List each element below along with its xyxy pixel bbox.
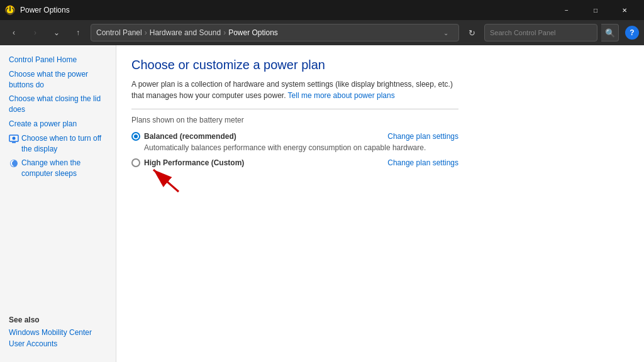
refresh-button[interactable]: ↻: [463, 24, 480, 41]
sidebar-link-user-accounts[interactable]: User Accounts: [5, 338, 111, 349]
svg-point-3: [13, 136, 16, 140]
title-bar: Power Options − □ ✕: [0, 0, 644, 20]
sidebar-nav: Control Panel Home Choose what the power…: [0, 53, 116, 181]
path-power-options: Power Options: [228, 28, 278, 37]
change-plan-link-high-performance[interactable]: Change plan settings: [387, 158, 458, 167]
monitor-icon: [9, 134, 19, 144]
sidebar-label-turn-off-display: Choose when to turn off the display: [21, 133, 107, 155]
sidebar-label-computer-sleeps: Change when the computer sleeps: [21, 158, 107, 179]
search-placeholder: Search Control Panel: [490, 29, 556, 36]
change-plan-link-balanced[interactable]: Change plan settings: [387, 132, 458, 141]
sidebar-item-computer-sleeps[interactable]: Change when the computer sleeps: [5, 156, 111, 181]
radio-high-performance[interactable]: [131, 158, 140, 167]
maximize-button[interactable]: □: [581, 0, 610, 20]
sidebar: Control Panel Home Choose what the power…: [0, 45, 116, 362]
path-sep-2: ›: [223, 28, 226, 37]
plans-label: Plans shown on the battery meter: [131, 116, 629, 124]
path-dropdown-button[interactable]: ⌄: [438, 24, 453, 41]
sidebar-item-create-plan[interactable]: Create a power plan: [5, 117, 111, 131]
sidebar-link-mobility-center[interactable]: Windows Mobility Center: [5, 327, 111, 338]
path-control-panel: Control Panel: [96, 28, 142, 37]
sidebar-item-power-buttons[interactable]: Choose what the power buttons do: [5, 67, 111, 92]
sidebar-item-turn-off-display[interactable]: Choose when to turn off the display: [5, 131, 111, 156]
page-description: A power plan is a collection of hardware…: [131, 79, 458, 101]
recent-locations-button[interactable]: ⌄: [48, 24, 65, 41]
plan-name-balanced: Balanced (recommended): [144, 132, 236, 141]
plans-divider: [131, 109, 458, 109]
sidebar-bottom: See also Windows Mobility Center User Ac…: [0, 310, 116, 354]
forward-button[interactable]: ›: [26, 24, 44, 41]
minimize-button[interactable]: −: [552, 0, 581, 20]
back-button[interactable]: ‹: [5, 24, 23, 41]
address-bar: ‹ › ⌄ ↑ Control Panel › Hardware and Sou…: [0, 20, 644, 45]
red-arrow: [141, 160, 191, 198]
plan-desc-balanced: Automatically balances performance with …: [144, 143, 629, 152]
app-icon: [5, 5, 15, 15]
main-layout: Control Panel Home Choose what the power…: [0, 45, 644, 362]
sidebar-label-power-buttons: Choose what the power buttons do: [9, 69, 107, 90]
see-also-title: See also: [5, 315, 111, 324]
up-button[interactable]: ↑: [69, 24, 87, 41]
sidebar-label-control-panel-home: Control Panel Home: [9, 55, 77, 65]
search-box[interactable]: Search Control Panel: [484, 24, 597, 41]
svg-rect-2: [12, 142, 16, 143]
address-path[interactable]: Control Panel › Hardware and Sound › Pow…: [91, 24, 459, 41]
arrow-annotation: [144, 170, 629, 207]
close-button[interactable]: ✕: [610, 0, 639, 20]
content-area: Choose or customize a power plan A power…: [116, 45, 644, 362]
plan-row-balanced: Balanced (recommended) Change plan setti…: [131, 132, 458, 141]
plan-left-balanced: Balanced (recommended): [131, 132, 236, 141]
learn-more-link[interactable]: Tell me more about power plans: [288, 91, 395, 100]
sidebar-item-closing-lid[interactable]: Choose what closing the lid does: [5, 92, 111, 117]
search-button[interactable]: 🔍: [601, 24, 619, 41]
svg-line-6: [153, 170, 179, 192]
help-button[interactable]: ?: [625, 26, 639, 40]
path-hardware-sound: Hardware and Sound: [150, 28, 221, 37]
sidebar-label-closing-lid: Choose what closing the lid does: [9, 94, 107, 115]
sleep-icon: [9, 158, 19, 168]
window-controls: − □ ✕: [552, 0, 639, 20]
page-title: Choose or customize a power plan: [131, 58, 629, 72]
sidebar-item-control-panel-home[interactable]: Control Panel Home: [5, 53, 111, 67]
path-sep-1: ›: [145, 28, 147, 37]
window-title: Power Options: [20, 6, 552, 14]
sidebar-label-create-plan: Create a power plan: [9, 119, 77, 129]
radio-balanced[interactable]: [131, 132, 140, 141]
